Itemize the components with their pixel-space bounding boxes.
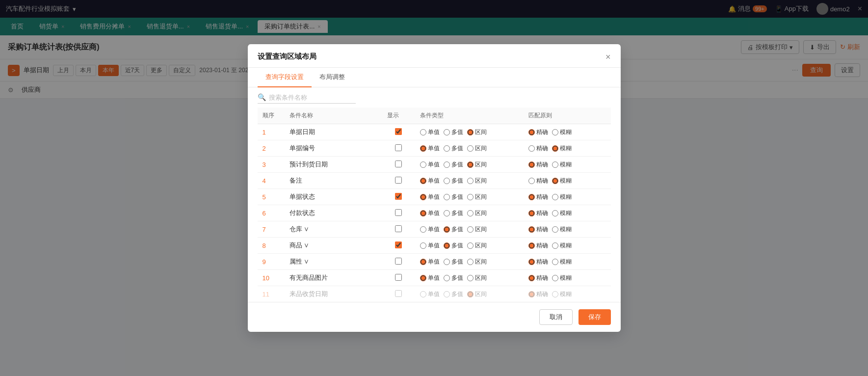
modal-close-button[interactable]: ×: [605, 53, 611, 61]
modal-search-area: 🔍: [248, 87, 621, 99]
search-icon: 🔍: [258, 93, 266, 99]
modal-overlay: 设置查询区域布局 × 查询字段设置 布局调整 🔍 顺序: [0, 0, 868, 99]
search-wrapper: 🔍: [258, 93, 356, 99]
modal-tabs: 查询字段设置 布局调整: [248, 68, 621, 87]
modal-tab-query-fields[interactable]: 查询字段设置: [258, 68, 312, 87]
modal-tab-query-fields-label: 查询字段设置: [265, 73, 304, 81]
search-input[interactable]: [269, 94, 356, 99]
modal-header: 设置查询区域布局 ×: [248, 44, 621, 68]
modal-tab-layout-adjust-label: 布局调整: [319, 73, 345, 81]
modal-title: 设置查询区域布局: [258, 52, 316, 61]
modal-tab-layout-adjust[interactable]: 布局调整: [312, 68, 353, 87]
settings-modal: 设置查询区域布局 × 查询字段设置 布局调整 🔍 顺序: [248, 44, 621, 99]
